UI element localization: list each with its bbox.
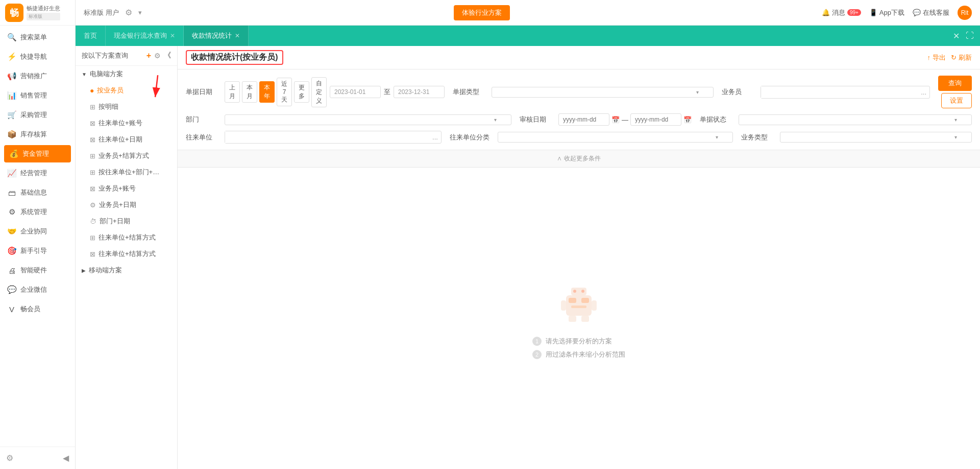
tree-node-dept-date[interactable]: ⏱ 部门+日期	[76, 213, 177, 229]
business-type-dropdown[interactable]: ▾	[780, 132, 972, 143]
btn-this-year[interactable]: 本年	[259, 81, 275, 103]
tree-node-counterpart-date[interactable]: ⊠ 往来单位+日期	[76, 131, 177, 148]
review-date-from[interactable]	[558, 113, 609, 126]
sidebar-item-basic[interactable]: 🗃基础信息	[0, 183, 75, 202]
left-panel-add-btn[interactable]: +	[146, 51, 151, 60]
user-avatar[interactable]: Rit	[958, 6, 972, 20]
sidebar-item-marketing[interactable]: 📢营销推广	[0, 66, 75, 86]
voucher-status-dropdown[interactable]: ▾	[739, 114, 972, 125]
sidebar-item-hardware[interactable]: 🖨智能硬件	[0, 261, 75, 280]
review-date-to[interactable]	[630, 113, 681, 126]
salesperson-field[interactable]: ...	[761, 86, 930, 99]
btn-more[interactable]: 更多	[294, 81, 309, 103]
date-to-input[interactable]	[394, 86, 445, 98]
export-btn[interactable]: ↑ 导出	[927, 53, 946, 62]
page-title-wrapper: 收款情况统计(按业务员)	[186, 50, 283, 65]
salesperson-dots-btn[interactable]: ...	[918, 88, 929, 96]
sidebar-item-operation[interactable]: 📈经营管理	[0, 163, 75, 183]
btn-this-month[interactable]: 本月	[242, 81, 257, 103]
sidebar-item-purchase[interactable]: 🛒采购管理	[0, 105, 75, 125]
tree-node-counterpart-method1[interactable]: ⊞ 往来单位+结算方式	[76, 229, 177, 246]
query-btn[interactable]: 查询	[938, 76, 972, 91]
svg-point-5	[573, 290, 576, 293]
counterpart-field[interactable]: ...	[225, 131, 442, 144]
trial-btn[interactable]: 体验行业方案	[454, 5, 510, 20]
salesperson-account-icon: ⊠	[90, 185, 95, 193]
tip-number-1: 1	[532, 337, 542, 346]
left-panel: 按以下方案查询 + ⚙ 《 ▼ 电脑端方案 ● 按业务员 ⊞	[76, 46, 178, 469]
counterpart-category-dropdown[interactable]: ▾	[498, 132, 733, 143]
counterpart-date-icon: ⊠	[90, 136, 95, 144]
tree-mobile-arrow-icon: ▶	[82, 268, 86, 273]
tree-section-desktop[interactable]: ▼ 电脑端方案	[76, 66, 177, 82]
sidebar-bottom: ⚙ ◀	[0, 447, 75, 469]
tree-node-salesperson-method[interactable]: ⊞ 业务员+结算方式	[76, 148, 177, 164]
counterpart-dots-btn[interactable]: ...	[429, 133, 441, 141]
btn-custom[interactable]: 自定义	[311, 77, 327, 107]
tab-cashflow-close[interactable]: ✕	[170, 32, 175, 39]
sidebar-item-sales[interactable]: 📊销售管理	[0, 86, 75, 105]
tree-node-salesperson-account[interactable]: ⊠ 业务员+账号	[76, 180, 177, 197]
refresh-btn[interactable]: ↻ 刷新	[951, 53, 972, 62]
sidebar-collapse-btn[interactable]: ◀	[61, 451, 71, 465]
left-panel-config-btn[interactable]: ⚙	[154, 52, 161, 60]
tab-receipt[interactable]: 收款情况统计 ✕	[184, 26, 249, 46]
sidebar-item-finance[interactable]: 💰资金管理	[4, 145, 71, 162]
header-settings-icon[interactable]: ⚙	[125, 8, 132, 17]
tree-arrow-icon: ▼	[82, 72, 87, 77]
svg-rect-8	[592, 300, 597, 311]
tab-expand-icon[interactable]: ⛶	[966, 31, 974, 40]
app-download-btn[interactable]: 📱 App下载	[869, 8, 904, 17]
dept-dropdown[interactable]: ▾	[225, 114, 511, 125]
tree-node-counterpart-dept[interactable]: ⊞ 按往来单位+部门+收...	[76, 164, 177, 180]
sidebar-item-quick[interactable]: ⚡快捷导航	[0, 47, 75, 66]
tree-node-salesperson[interactable]: ● 按业务员	[76, 82, 177, 99]
tree-node-detail[interactable]: ⊞ 按明细	[76, 99, 177, 115]
tab-close-all-icon[interactable]: ✕	[953, 31, 960, 41]
header-dropdown-icon[interactable]: ▾	[138, 9, 142, 16]
voucher-type-dropdown[interactable]: ▾	[492, 87, 714, 98]
export-icon: ↑	[927, 54, 931, 61]
sidebar-item-guide[interactable]: 🎯新手引导	[0, 241, 75, 261]
voucher-type-label: 单据类型	[453, 87, 483, 97]
sidebar-settings-btn[interactable]: ⚙	[4, 451, 15, 465]
tip-number-2: 2	[532, 350, 542, 359]
top-header-left: 标准版 用户 ⚙ ▾	[84, 8, 142, 17]
wechat-icon: 💬	[7, 285, 16, 294]
date-control: 上月 本月 本年 近7天 更多 自定义 至	[225, 77, 445, 107]
tree-node-counterpart-method2[interactable]: ⊠ 往来单位+结算方式	[76, 246, 177, 262]
review-date-dash: —	[622, 116, 628, 124]
tab-cashflow[interactable]: 现金银行流水查询 ✕	[106, 26, 184, 46]
btn-last7days[interactable]: 近7天	[277, 78, 292, 106]
tree-node-salesperson-date[interactable]: ⚙ 业务员+日期	[76, 197, 177, 213]
sidebar-item-wechat[interactable]: 💬企业微信	[0, 280, 75, 299]
salesperson-label: 业务员	[722, 87, 752, 97]
salesperson-input[interactable]	[761, 86, 918, 98]
review-calendar-to-icon[interactable]: 📅	[683, 116, 692, 124]
online-service-btn[interactable]: 💬 在线客服	[913, 8, 949, 17]
tab-receipt-close[interactable]: ✕	[235, 32, 240, 39]
tree-section-mobile[interactable]: ▶ 移动端方案	[76, 262, 177, 278]
svg-rect-10	[581, 316, 589, 322]
tab-home[interactable]: 首页	[76, 26, 106, 46]
left-panel-collapse-btn[interactable]: 《	[164, 51, 171, 60]
sidebar-item-system[interactable]: ⚙系统管理	[0, 202, 75, 222]
settings-btn[interactable]: 设置	[941, 93, 972, 108]
date-from-input[interactable]	[330, 86, 381, 98]
logo-icon: 畅	[5, 4, 23, 22]
review-calendar-from-icon[interactable]: 📅	[611, 116, 620, 124]
btn-last-month[interactable]: 上月	[225, 81, 240, 103]
sidebar-item-inventory[interactable]: 📦库存核算	[0, 125, 75, 144]
collapse-bar[interactable]: ∧ 收起更多条件	[178, 150, 980, 168]
page-area-wrapper: 按以下方案查询 + ⚙ 《 ▼ 电脑端方案 ● 按业务员 ⊞	[76, 46, 980, 469]
tree-node-counterpart-account[interactable]: ⊠ 往来单位+账号	[76, 115, 177, 131]
purchase-icon: 🛒	[7, 110, 16, 120]
review-date-label: 审核日期	[520, 115, 550, 124]
member-icon: V	[7, 305, 16, 314]
date-label: 单据日期	[186, 87, 216, 97]
sidebar-item-search[interactable]: 🔍搜索菜单	[0, 28, 75, 47]
notification-btn[interactable]: 🔔 消息 99+	[822, 8, 861, 17]
counterpart-input[interactable]	[225, 131, 429, 143]
sidebar-item-enterprise[interactable]: 🤝企业协同	[0, 222, 75, 241]
sidebar-item-member[interactable]: V畅会员	[0, 299, 75, 319]
